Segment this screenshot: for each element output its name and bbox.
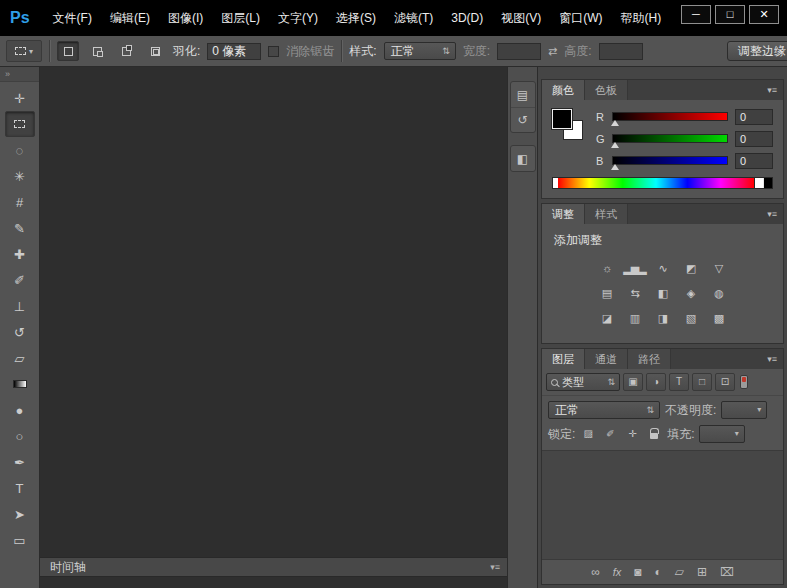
menu-help[interactable]: 帮助(H) <box>612 0 671 36</box>
photo-filter-icon[interactable]: ◈ <box>678 283 703 303</box>
menu-edit[interactable]: 编辑(E) <box>101 0 159 36</box>
menu-filter[interactable]: 滤镜(T) <box>385 0 442 36</box>
dodge-tool[interactable]: ○ <box>5 423 35 449</box>
invert-icon[interactable]: ◪ <box>594 308 619 328</box>
menu-select[interactable]: 选择(S) <box>327 0 385 36</box>
tab-layers[interactable]: 图层 <box>542 349 585 369</box>
spectrum-white-swatch[interactable] <box>754 178 763 188</box>
pixel-layer-filter-button[interactable]: ▣ <box>623 373 643 391</box>
type-layer-filter-button[interactable]: T <box>669 373 689 391</box>
shape-layer-filter-button[interactable]: □ <box>692 373 712 391</box>
history-panel-button[interactable]: ↺ <box>511 107 535 132</box>
lock-transparent-pixels-button[interactable]: ▨ <box>579 426 597 442</box>
threshold-icon[interactable]: ◨ <box>650 308 675 328</box>
spectrum-black-swatch[interactable] <box>763 178 772 188</box>
tab-paths[interactable]: 路径 <box>628 349 671 369</box>
pen-tool[interactable]: ✒ <box>5 449 35 475</box>
adjustment-layer-filter-button[interactable]: ◑ <box>646 373 666 391</box>
gradient-tool[interactable] <box>5 371 35 397</box>
curves-icon[interactable]: ∿ <box>650 258 675 278</box>
panel-menu-icon[interactable]: ▾≡ <box>767 204 783 224</box>
brush-tool[interactable]: ✐ <box>5 267 35 293</box>
new-layer-icon[interactable]: ⊞ <box>697 566 707 578</box>
eyedropper-tool[interactable]: ✎ <box>5 215 35 241</box>
new-group-icon[interactable]: ▱ <box>675 566 684 578</box>
blend-mode-select[interactable]: 正常 ⇅ <box>548 401 660 419</box>
crop-tool[interactable]: # <box>5 189 35 215</box>
panel-menu-icon[interactable]: ▾≡ <box>767 80 783 100</box>
tab-swatches[interactable]: 色板 <box>585 80 628 100</box>
timeline-panel-header[interactable]: 时间轴 ▾≡ <box>40 557 507 577</box>
quick-selection-tool[interactable]: ✳ <box>5 163 35 189</box>
green-value-input[interactable]: 0 <box>735 131 773 147</box>
slider-thumb[interactable] <box>611 164 619 170</box>
filter-kind-select[interactable]: 类型 ⇅ <box>546 373 620 391</box>
clone-stamp-tool[interactable]: ⊥ <box>5 293 35 319</box>
tab-color[interactable]: 颜色 <box>542 80 585 100</box>
foreground-color-swatch[interactable] <box>552 109 572 129</box>
smart-object-filter-button[interactable]: ⊡ <box>715 373 735 391</box>
blue-value-input[interactable]: 0 <box>735 153 773 169</box>
new-selection-button[interactable] <box>57 41 79 61</box>
history-brush-tool[interactable]: ↺ <box>5 319 35 345</box>
intersect-selection-button[interactable] <box>144 41 166 61</box>
type-tool[interactable]: T <box>5 475 35 501</box>
exposure-icon[interactable]: ◩ <box>678 258 703 278</box>
close-button[interactable]: ✕ <box>749 5 779 24</box>
selective-color-icon[interactable]: ▩ <box>706 308 731 328</box>
menu-3d[interactable]: 3D(D) <box>442 0 492 36</box>
delete-layer-icon[interactable]: ⌧ <box>720 566 734 578</box>
width-input[interactable] <box>497 43 541 60</box>
panel-menu-icon[interactable]: ▾≡ <box>767 349 783 369</box>
spot-healing-brush-tool[interactable]: ✚ <box>5 241 35 267</box>
layers-list[interactable] <box>542 450 783 560</box>
vibrance-icon[interactable]: ▽ <box>706 258 731 278</box>
gradient-map-icon[interactable]: ▧ <box>678 308 703 328</box>
swap-dimensions-icon[interactable]: ⇄ <box>548 45 557 58</box>
canvas[interactable] <box>40 67 507 557</box>
style-select[interactable]: 正常 ⇅ <box>384 42 456 60</box>
subtract-from-selection-button[interactable] <box>115 41 137 61</box>
info-panel-button[interactable]: ◧ <box>511 146 535 171</box>
lock-image-pixels-button[interactable]: ✐ <box>601 426 619 442</box>
toolbar-collapse-button[interactable]: » <box>0 67 39 82</box>
minimize-button[interactable]: ─ <box>681 5 711 24</box>
menu-file[interactable]: 文件(F) <box>44 0 101 36</box>
spectrum-rainbow[interactable] <box>558 178 754 188</box>
height-input[interactable] <box>599 43 643 60</box>
red-value-input[interactable]: 0 <box>735 109 773 125</box>
antialias-checkbox[interactable] <box>268 46 279 57</box>
refine-edge-button[interactable]: 调整边缘 <box>727 41 787 61</box>
rectangular-marquee-tool[interactable] <box>5 111 35 137</box>
opacity-select[interactable]: ▾ <box>721 401 767 419</box>
eraser-tool[interactable]: ▱ <box>5 345 35 371</box>
brightness-contrast-icon[interactable]: ☼ <box>594 258 619 278</box>
tab-adjustments[interactable]: 调整 <box>542 204 585 224</box>
link-layers-icon[interactable]: ∞ <box>591 566 600 578</box>
channel-mixer-icon[interactable]: ◍ <box>706 283 731 303</box>
tab-channels[interactable]: 通道 <box>585 349 628 369</box>
levels-icon[interactable]: ▂▅▂ <box>622 258 647 278</box>
menu-type[interactable]: 文字(Y) <box>269 0 327 36</box>
adjustment-layer-icon[interactable]: ◐ <box>655 566 662 578</box>
layer-mask-icon[interactable]: ◙ <box>634 566 641 578</box>
move-tool[interactable]: ✛ <box>5 85 35 111</box>
menu-image[interactable]: 图像(I) <box>159 0 212 36</box>
layer-filter-toggle[interactable] <box>740 375 748 389</box>
slider-thumb[interactable] <box>611 120 619 126</box>
rectangle-tool[interactable]: ▭ <box>5 527 35 553</box>
blur-tool[interactable]: ● <box>5 397 35 423</box>
tool-preset-dropdown[interactable]: ▾ <box>6 40 42 62</box>
menu-layer[interactable]: 图层(L) <box>212 0 269 36</box>
hue-saturation-icon[interactable]: ▤ <box>594 283 619 303</box>
green-slider[interactable] <box>612 134 728 143</box>
timeline-menu-icon[interactable]: ▾≡ <box>490 562 507 572</box>
lock-position-button[interactable]: ✛ <box>623 426 641 442</box>
slider-thumb[interactable] <box>611 142 619 148</box>
lock-all-button[interactable] <box>645 426 663 442</box>
color-balance-icon[interactable]: ⇆ <box>622 283 647 303</box>
tab-styles[interactable]: 样式 <box>585 204 628 224</box>
color-spectrum-ramp[interactable] <box>552 177 773 189</box>
add-to-selection-button[interactable] <box>86 41 108 61</box>
layer-effects-icon[interactable]: fx <box>613 567 622 578</box>
